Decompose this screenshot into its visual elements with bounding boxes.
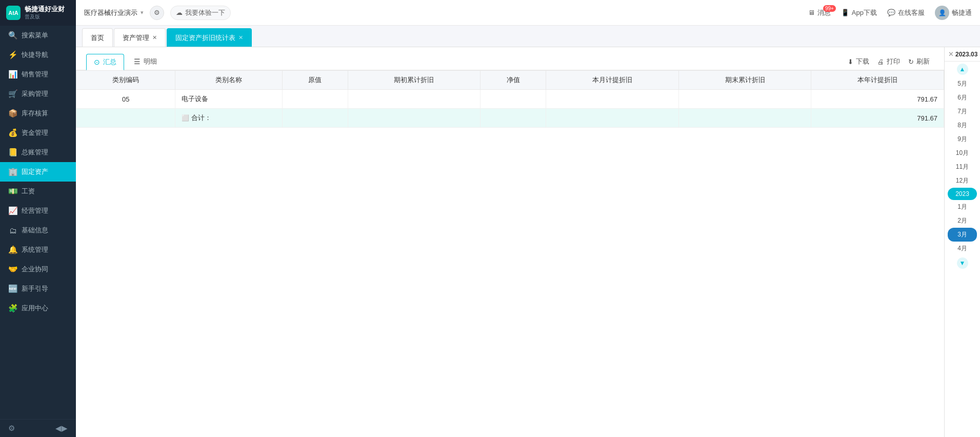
tab-fixed-asset-depr[interactable]: 固定资产折旧统计表✕ — [167, 28, 252, 47]
customer-service-label: 在线客服 — [898, 8, 925, 17]
cell-annual-depr: 791.67 — [811, 90, 944, 109]
download-icon: ⬇ — [848, 58, 853, 66]
nav-icon-quick-nav: ⚡ — [8, 50, 17, 59]
date-scroll-down-button[interactable]: ▼ — [957, 257, 968, 269]
company-selector[interactable]: 医疗器械行业演示 ▾ — [84, 8, 144, 17]
app-title: 畅捷通好业财 — [25, 5, 65, 13]
topbar-right: 🖥 消息 99+ 📱 App下载 💬 在线客服 👤 畅捷通 — [808, 6, 972, 20]
customer-service-button[interactable]: 💬 在线客服 — [887, 8, 925, 17]
download-label: 下载 — [856, 57, 869, 66]
summary-label: 汇总 — [103, 57, 116, 67]
sidebar-item-guide[interactable]: 🆕新手引导 — [0, 279, 76, 299]
settings-icon[interactable]: ⚙ — [8, 424, 15, 433]
date-month-11[interactable]: 11月 — [945, 160, 980, 174]
sidebar-item-quick-nav[interactable]: ⚡快捷导航 — [0, 45, 76, 65]
date-year-2023[interactable]: 2023 — [948, 188, 977, 200]
cell-name: 电子设备 — [175, 90, 282, 109]
cell-net — [481, 90, 546, 109]
sidebar-item-search[interactable]: 🔍搜索菜单 — [0, 26, 76, 45]
date-panel-title: 2023.03 — [955, 51, 977, 58]
date-panel: ✕ 2023.03 ⤢ ▲ 5月 6月 7月 8月 9月 10月 11月 12月… — [944, 47, 980, 437]
message-button[interactable]: 🖥 消息 99+ — [808, 8, 831, 17]
sidebar-item-fixed-asset[interactable]: 🏢固定资产 — [0, 162, 76, 182]
total-net — [481, 109, 546, 128]
nav-icon-payroll: 💵 — [8, 187, 17, 196]
date-month-2[interactable]: 2月 — [945, 214, 980, 228]
tab-close-asset-mgmt[interactable]: ✕ — [152, 34, 157, 41]
sidebar-item-payroll[interactable]: 💵工资 — [0, 182, 76, 201]
date-panel-expand-button[interactable]: ⤢ — [977, 50, 980, 58]
total-monthly-depr — [546, 109, 679, 128]
subtab-summary[interactable]: ⊙ 汇总 — [86, 54, 124, 70]
tab-asset-mgmt[interactable]: 资产管理✕ — [114, 28, 166, 47]
sidebar: AtA 畅捷通好业财 普及版 🔍搜索菜单⚡快捷导航📊销售管理🛒采购管理📦库存核算… — [0, 0, 76, 437]
date-month-1[interactable]: 1月 — [945, 200, 980, 214]
date-scroll-up-button[interactable]: ▲ — [957, 64, 968, 75]
col-annual-depr: 本年计提折旧 — [811, 71, 944, 90]
sidebar-header: AtA 畅捷通好业财 普及版 — [0, 0, 76, 26]
nav-label-finance: 资金管理 — [22, 128, 48, 137]
service-icon: 💬 — [887, 9, 895, 16]
total-end-accum — [678, 109, 811, 128]
col-net: 净值 — [481, 71, 546, 90]
toolbar-right: ⬇ 下载 🖨 打印 ↻ 刷新 — [844, 55, 934, 68]
user-menu[interactable]: 👤 畅捷通 — [935, 6, 972, 20]
refresh-icon: ↻ — [908, 58, 914, 66]
nav-icon-basic-info: 🗂 — [8, 226, 17, 235]
date-month-9[interactable]: 9月 — [945, 132, 980, 146]
download-button[interactable]: ⬇ 下载 — [844, 55, 873, 68]
print-button[interactable]: 🖨 打印 — [873, 55, 904, 68]
total-icon: ⬜ — [182, 114, 189, 122]
col-monthly-depr: 本月计提折旧 — [546, 71, 679, 90]
collapse-icon[interactable]: ◀▶ — [55, 424, 68, 433]
sidebar-item-operations[interactable]: 📈经营管理 — [0, 201, 76, 221]
sidebar-item-finance[interactable]: 💰资金管理 — [0, 123, 76, 143]
date-month-7[interactable]: 7月 — [945, 105, 980, 118]
nav-icon-system: 🔔 — [8, 245, 17, 254]
table-row: 05 电子设备 791.67 — [76, 90, 944, 109]
sidebar-item-enterprise[interactable]: 🤝企业协同 — [0, 260, 76, 279]
sidebar-item-inventory[interactable]: 📦库存核算 — [0, 104, 76, 123]
sidebar-nav: 🔍搜索菜单⚡快捷导航📊销售管理🛒采购管理📦库存核算💰资金管理📒总账管理🏢固定资产… — [0, 26, 76, 318]
nav-icon-enterprise: 🤝 — [8, 265, 17, 274]
sidebar-item-ledger[interactable]: 📒总账管理 — [0, 143, 76, 162]
subtabbar: ⊙ 汇总 ☰ 明细 ⬇ 下载 🖨 打印 — [76, 47, 944, 70]
date-panel-close-button[interactable]: ✕ — [947, 50, 955, 58]
nav-label-inventory: 库存核算 — [22, 109, 48, 118]
date-month-10[interactable]: 10月 — [945, 146, 980, 160]
sidebar-item-sales[interactable]: 📊销售管理 — [0, 65, 76, 84]
sidebar-item-app-center[interactable]: 🧩应用中心 — [0, 299, 76, 318]
settings-button[interactable]: ⚙ — [150, 6, 164, 20]
app-download-label: App下载 — [852, 8, 877, 17]
sidebar-item-purchase[interactable]: 🛒采购管理 — [0, 84, 76, 104]
experience-label: 我要体验一下 — [185, 8, 225, 17]
date-month-4[interactable]: 4月 — [945, 242, 980, 255]
sidebar-footer: ⚙ ◀▶ — [0, 419, 76, 437]
date-month-8[interactable]: 8月 — [945, 118, 980, 132]
experience-button[interactable]: ☁ 我要体验一下 — [170, 6, 231, 20]
tab-home[interactable]: 首页 — [82, 28, 113, 47]
subtab-detail[interactable]: ☰ 明细 — [126, 53, 165, 70]
tab-label-asset-mgmt: 资产管理 — [123, 33, 149, 43]
sidebar-item-system[interactable]: 🔔系统管理 — [0, 240, 76, 260]
nav-icon-app-center: 🧩 — [8, 304, 17, 313]
date-month-5[interactable]: 5月 — [945, 77, 980, 91]
tab-close-fixed-asset-depr[interactable]: ✕ — [238, 34, 243, 41]
table-wrap: 类别编码 类别名称 原值 期初累计折旧 净值 本月计提折旧 期末累计折旧 本年计… — [76, 70, 944, 437]
nav-label-basic-info: 基础信息 — [22, 226, 48, 235]
data-table: 类别编码 类别名称 原值 期初累计折旧 净值 本月计提折旧 期末累计折旧 本年计… — [76, 70, 944, 128]
date-month-6[interactable]: 6月 — [945, 91, 980, 105]
date-month-3[interactable]: 3月 — [948, 228, 977, 242]
nav-icon-guide: 🆕 — [8, 284, 17, 293]
refresh-button[interactable]: ↻ 刷新 — [904, 55, 934, 68]
sidebar-item-basic-info[interactable]: 🗂基础信息 — [0, 221, 76, 240]
print-label: 打印 — [887, 57, 900, 66]
date-list: ▲ 5月 6月 7月 8月 9月 10月 11月 12月 2023 1月 2月 … — [945, 62, 980, 437]
app-download-button[interactable]: 📱 App下载 — [841, 8, 877, 17]
nav-icon-purchase: 🛒 — [8, 89, 17, 98]
date-month-12[interactable]: 12月 — [945, 174, 980, 188]
sidebar-title-wrap: 畅捷通好业财 普及版 — [25, 5, 65, 21]
app-icon: 📱 — [841, 9, 849, 16]
message-badge: 99+ — [823, 5, 836, 12]
col-name: 类别名称 — [175, 71, 282, 90]
